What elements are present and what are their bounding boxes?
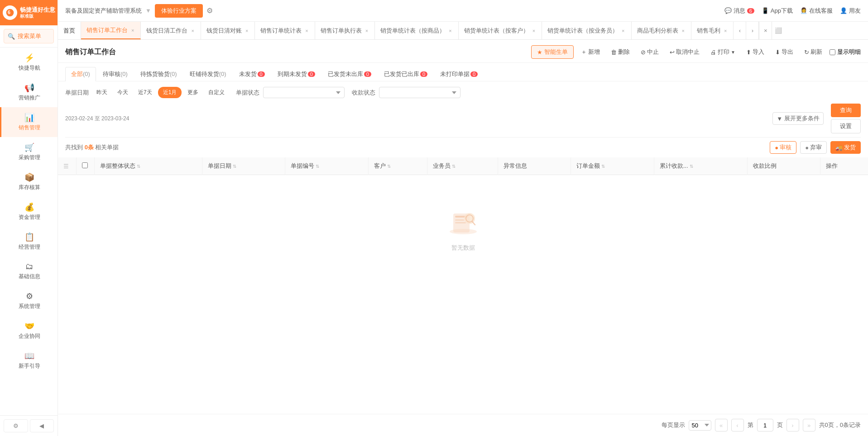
sub-tab-not-shipped[interactable]: 未发货0 (233, 67, 271, 81)
sidebar-item-inventory[interactable]: 📦 库存核算 (0, 167, 58, 197)
customer-sort[interactable]: 客户 (374, 162, 421, 170)
experience-button[interactable]: 体验行业方案 (155, 4, 203, 18)
setting-button[interactable]: 设置 (831, 119, 861, 133)
col-staff[interactable]: 业务员 (427, 157, 498, 175)
sub-tab-pending-inspect[interactable]: 待拣货验货(0) (134, 67, 183, 81)
col-number[interactable]: 单据编号 (285, 157, 369, 175)
date-opt-last1m[interactable]: 近1月 (158, 87, 182, 98)
sidebar-item-guide[interactable]: 📖 新手引导 (0, 346, 58, 375)
staff-sort[interactable]: 业务员 (433, 162, 493, 170)
sidebar-item-finance[interactable]: 💰 资金管理 (0, 197, 58, 227)
message-item[interactable]: 💬 消息 6 (724, 7, 754, 15)
sub-tab-overdue-not-shipped[interactable]: 到期未发货0 (272, 67, 321, 81)
delete-button[interactable]: 🗑 删除 (607, 46, 633, 58)
show-detail-checkbox[interactable] (830, 49, 835, 55)
tab-close-all[interactable]: × (759, 22, 772, 39)
col-status[interactable]: 单据整体状态 (94, 157, 202, 175)
date-sort[interactable]: 单据日期 (208, 162, 280, 170)
search-menu-button[interactable]: 🔍 搜索菜单 (4, 29, 54, 43)
doc-status-select[interactable] (263, 87, 345, 98)
tab-sales-stat-product-close[interactable]: × (448, 28, 452, 34)
sidebar-item-sales[interactable]: 📊 销售管理 (0, 107, 58, 137)
query-button[interactable]: 查询 (831, 104, 861, 117)
prev-page-button[interactable]: ‹ (731, 419, 744, 431)
collected-sort[interactable]: 累计收款... (660, 162, 742, 170)
tab-scroll-left[interactable]: ‹ (734, 22, 746, 39)
tab-sales-stat-close[interactable]: × (304, 28, 309, 34)
status-sort[interactable]: 单据整体状态 (100, 162, 197, 170)
refresh-button[interactable]: ↻ 刷新 (801, 46, 826, 58)
col-amount[interactable]: 订单金额 (571, 157, 654, 175)
tab-sales-profit[interactable]: 销售毛利 × (691, 22, 734, 39)
last-page-button[interactable]: » (803, 419, 815, 431)
add-button[interactable]: ＋ 新增 (577, 46, 604, 58)
column-settings-icon[interactable]: ☰ (63, 163, 69, 170)
export-button[interactable]: ⬇ 导出 (772, 46, 797, 58)
sub-tab-all[interactable]: 全部(0) (65, 67, 96, 81)
col-collected[interactable]: 累计收款... (654, 157, 747, 175)
stop-button[interactable]: ⊘ 中止 (637, 46, 662, 58)
sidebar-item-basic-info[interactable]: 🗂 基础信息 (0, 256, 58, 286)
tab-sales-stat[interactable]: 销售订单统计表 × (255, 22, 315, 39)
gear-icon[interactable]: ⚙ (206, 6, 213, 15)
smart-create-button[interactable]: ★ 智能生单 (531, 45, 574, 59)
sidebar-item-purchase[interactable]: 🛒 采购管理 (0, 137, 58, 167)
tab-sales-exec-close[interactable]: × (364, 28, 369, 34)
date-opt-custom[interactable]: 自定义 (204, 87, 229, 98)
tab-scroll-right[interactable]: › (746, 22, 759, 39)
tab-product-margin-close[interactable]: × (681, 28, 686, 34)
number-sort[interactable]: 单据编号 (291, 162, 363, 170)
sub-tab-pending-review[interactable]: 待审核(0) (97, 67, 134, 81)
review-button[interactable]: ● 审核 (770, 141, 796, 154)
tab-cash-clear-close[interactable]: × (190, 28, 195, 34)
sub-tab-shipped-out[interactable]: 已发货已出库0 (378, 67, 433, 81)
settings-bottom-button[interactable]: ⚙ (4, 419, 28, 432)
tab-home[interactable]: 首页 (58, 22, 81, 39)
sidebar-item-enterprise[interactable]: 🤝 企业协同 (0, 316, 58, 346)
tab-sales-exec[interactable]: 销售订单执行表 × (315, 22, 375, 39)
tab-product-margin[interactable]: 商品毛利分析表 × (632, 22, 691, 39)
cancel-stop-button[interactable]: ↩ 取消中止 (666, 46, 703, 58)
first-page-button[interactable]: « (715, 419, 728, 431)
sub-tab-not-printed[interactable]: 未打印单据0 (434, 67, 484, 81)
online-service-item[interactable]: 👩‍💼 在线客服 (800, 7, 833, 15)
tab-sales-workbench-close[interactable]: × (130, 27, 135, 33)
tab-cash-reconcile[interactable]: 钱货日清对账 × (201, 22, 255, 39)
tab-sales-profit-close[interactable]: × (723, 28, 728, 34)
tab-sales-workbench[interactable]: 销售订单工作台 × (81, 22, 141, 39)
tab-sales-stat-customer[interactable]: 销货单统计表（按客户） × (459, 22, 542, 39)
select-all-checkbox[interactable] (82, 162, 88, 168)
sub-tab-wangpu-pending[interactable]: 旺铺待发货(0) (184, 67, 232, 81)
import-button[interactable]: ⬆ 导入 (743, 46, 768, 58)
sidebar-item-operations[interactable]: 📋 经营管理 (0, 227, 58, 256)
payment-status-select[interactable] (379, 87, 460, 98)
tab-restore[interactable]: ⬜ (772, 22, 784, 39)
cancel-review-button[interactable]: ● 弃审 (800, 141, 827, 154)
col-date[interactable]: 单据日期 (202, 157, 285, 175)
date-opt-more[interactable]: 更多 (183, 87, 202, 98)
sidebar-item-system[interactable]: ⚙ 系统管理 (0, 286, 58, 316)
tab-sales-stat-staff-close[interactable]: × (621, 28, 625, 34)
sidebar-item-quick-nav[interactable]: ⚡ 快捷导航 (0, 47, 58, 77)
date-opt-yesterday[interactable]: 昨天 (92, 87, 111, 98)
ship-button[interactable]: 🚚 发货 (830, 141, 861, 154)
tab-sales-stat-staff[interactable]: 销货单统计表（按业务员） × (542, 22, 631, 39)
date-opt-last7[interactable]: 近7天 (134, 87, 156, 98)
collapse-button[interactable]: ◀ (30, 419, 54, 432)
date-opt-today[interactable]: 今天 (113, 87, 132, 98)
tab-cash-clear[interactable]: 钱货日清工作台 × (141, 22, 201, 39)
tab-sales-stat-product[interactable]: 销货单统计表（按商品） × (375, 22, 458, 39)
user-item[interactable]: 👤 用友 (840, 7, 861, 15)
tab-cash-reconcile-close[interactable]: × (245, 28, 249, 34)
expand-filter-button[interactable]: ▼ 展开更多条件 (772, 112, 824, 125)
col-customer[interactable]: 客户 (369, 157, 427, 175)
next-page-button[interactable]: › (786, 419, 799, 431)
sidebar-item-marketing[interactable]: 📢 营销推广 (0, 77, 58, 107)
print-button[interactable]: 🖨 打印 ▼ (707, 46, 739, 58)
page-size-select[interactable]: 50 10 20 100 (689, 420, 711, 431)
tab-sales-stat-customer-close[interactable]: × (532, 28, 536, 34)
amount-sort[interactable]: 订单金额 (576, 162, 648, 170)
sub-tab-shipped-not-out[interactable]: 已发货未出库0 (322, 67, 377, 81)
page-number-input[interactable] (757, 419, 773, 431)
app-download-item[interactable]: 📱 App下载 (762, 7, 793, 15)
